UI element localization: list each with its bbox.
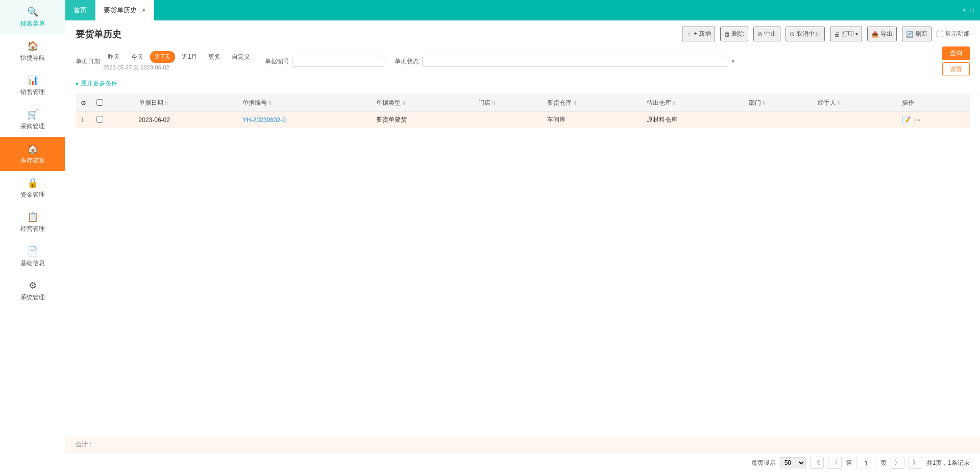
sidebar-item-search-menu[interactable]: 🔍 搜索菜单 <box>0 0 65 34</box>
suspend-icon: ⊘ <box>757 31 763 38</box>
status-filter: 单据状态 ▾ <box>395 56 932 67</box>
refresh-icon: 🔄 <box>906 31 914 38</box>
action-buttons: 查询 设置 <box>942 46 970 76</box>
main-area: 首页 要货单历史 × × □ 要货单历史 ＋ + 新增 🗑 删除 <box>65 0 980 473</box>
sidebar-item-ops-mgmt[interactable]: 📋 经营管理 <box>0 205 65 240</box>
row-actions: 📝 ⋯ <box>897 112 970 128</box>
tab-home-label: 首页 <box>74 6 87 15</box>
lock-icon: 🔒 <box>27 177 38 188</box>
date-btn-today[interactable]: 今天 <box>127 51 148 63</box>
page-header: 要货单历史 ＋ + 新增 🗑 删除 ⊘ 中止 ⊙ 取消中止 <box>65 20 980 41</box>
sort-doc-type-icon: ⇅ <box>402 100 406 106</box>
delete-icon: 🗑 <box>724 31 730 38</box>
next-page-button[interactable]: 〉 <box>891 457 904 469</box>
sidebar-item-finance-mgmt[interactable]: 🔒 资金管理 <box>0 171 65 205</box>
prev-page-button[interactable]: 〈 <box>828 457 842 469</box>
refresh-button[interactable]: 🔄 刷新 <box>902 27 932 41</box>
sidebar-item-purchase-mgmt[interactable]: 🛒 采购管理 <box>0 103 65 137</box>
window-close-button[interactable]: × <box>963 7 966 14</box>
row-num: 1 <box>76 112 91 128</box>
filter-row: 单据日期 昨天 今天 近7天 近1月 更多 自定义 2023-05-27 至 2… <box>76 46 970 76</box>
first-page-button[interactable]: 《 <box>810 457 824 469</box>
topbar-tabs: 首页 要货单历史 × <box>65 0 154 20</box>
per-page-select[interactable]: 50 100 200 <box>780 457 806 468</box>
date-btn-custom[interactable]: 自定义 <box>227 51 255 63</box>
expand-more-button[interactable]: ▾ 展开更多条件 <box>76 76 970 89</box>
sort-store-icon: ⇅ <box>492 100 496 106</box>
page-number-input[interactable] <box>856 458 876 468</box>
date-btn-yesterday[interactable]: 昨天 <box>103 51 125 63</box>
row-checkbox[interactable] <box>96 116 103 123</box>
date-btn-more[interactable]: 更多 <box>204 51 225 63</box>
display-detail-checkbox[interactable] <box>937 31 943 37</box>
th-actions: 操作 <box>897 94 970 112</box>
row-department <box>744 112 813 128</box>
th-pending-warehouse[interactable]: 待出仓库⇅ <box>642 94 744 112</box>
more-icon[interactable]: ⋯ <box>914 116 921 124</box>
sort-doc-date-icon: ⇅ <box>164 100 168 106</box>
status-label: 单据状态 <box>395 57 419 66</box>
tab-home[interactable]: 首页 <box>65 0 95 20</box>
gear-icon: ⚙ <box>29 280 37 291</box>
row-handler <box>813 112 897 128</box>
row-doc-date: 2023-06-02 <box>134 112 238 128</box>
doc-number-input[interactable] <box>292 56 384 67</box>
export-button[interactable]: 📤 导出 <box>867 27 897 41</box>
date-filter-label: 单据日期 <box>76 57 100 66</box>
row-store <box>473 112 542 128</box>
doc-number-link[interactable]: YH-20230602-0 <box>242 116 286 124</box>
row-doc-type: 要货单要货 <box>371 112 473 128</box>
sidebar: 🔍 搜索菜单 🏠 快捷导航 📊 销售管理 🛒 采购管理 🏠 库存核算 🔒 资金管… <box>0 0 65 473</box>
row-req-warehouse: 车间库 <box>542 112 642 128</box>
sidebar-item-sys-mgmt[interactable]: ⚙ 系统管理 <box>0 274 65 308</box>
window-minimize-button[interactable]: □ <box>970 7 974 14</box>
row-pending-warehouse: 原材料仓库 <box>642 112 744 128</box>
th-settings[interactable]: ⚙ <box>76 94 91 112</box>
document-icon: 📄 <box>27 246 38 257</box>
home-icon: 🏠 <box>27 40 38 52</box>
page-label: 第 <box>846 459 852 467</box>
table-area: ⚙ 单据日期⇅ 单据编号⇅ 单据类型⇅ 门店⇅ <box>65 94 980 437</box>
suspend-button[interactable]: ⊘ 中止 <box>753 27 780 41</box>
print-button[interactable]: 🖨 打印 ▾ <box>830 27 862 41</box>
doc-number-label: 单据编号 <box>265 57 289 66</box>
sidebar-item-base-info[interactable]: 📄 基础信息 <box>0 240 65 274</box>
last-page-button[interactable]: 》 <box>909 457 922 469</box>
th-handler[interactable]: 经手人⇅ <box>813 94 897 112</box>
sort-req-wh-icon: ⇅ <box>573 100 577 106</box>
date-btn-1month[interactable]: 近1月 <box>177 51 202 63</box>
select-all-checkbox[interactable] <box>96 99 103 106</box>
date-btns-row: 昨天 今天 近7天 近1月 更多 自定义 <box>103 51 255 63</box>
cancel-suspend-button[interactable]: ⊙ 取消中止 <box>786 27 825 41</box>
tab-close-button[interactable]: × <box>142 7 145 14</box>
table-row: 1 2023-06-02 YH-20230602-0 要货单要货 车间库 原材料… <box>76 112 970 128</box>
clipboard-icon: 📋 <box>27 211 38 223</box>
th-doc-type[interactable]: 单据类型⇅ <box>371 94 473 112</box>
th-store[interactable]: 门店⇅ <box>473 94 542 112</box>
status-dropdown-icon[interactable]: ▾ <box>731 58 734 65</box>
search-icon: 🔍 <box>27 6 38 17</box>
display-detail-label: 显示明细 <box>945 30 970 38</box>
date-filter: 单据日期 昨天 今天 近7天 近1月 更多 自定义 2023-05-27 至 2… <box>76 51 255 72</box>
sidebar-item-sales-mgmt[interactable]: 📊 销售管理 <box>0 68 65 103</box>
pagination: 每页显示 50 100 200 《 〈 第 页 〉 》 共1页，1条记录 <box>65 452 980 473</box>
filter-area: 单据日期 昨天 今天 近7天 近1月 更多 自定义 2023-05-27 至 2… <box>65 41 980 94</box>
query-button[interactable]: 查询 <box>942 46 970 60</box>
sort-pending-wh-icon: ⇅ <box>672 100 676 106</box>
new-button[interactable]: ＋ + 新增 <box>682 27 715 41</box>
th-req-warehouse[interactable]: 要货仓库⇅ <box>542 94 642 112</box>
settings-button[interactable]: 设置 <box>942 62 970 76</box>
th-department[interactable]: 部门⇅ <box>744 94 813 112</box>
edit-icon[interactable]: 📝 <box>902 116 911 124</box>
th-doc-number[interactable]: 单据编号⇅ <box>237 94 371 112</box>
th-doc-date[interactable]: 单据日期⇅ <box>134 94 238 112</box>
plus-icon: ＋ <box>686 30 692 38</box>
sidebar-item-inventory-calc[interactable]: 🏠 库存核算 <box>0 137 65 171</box>
data-table: ⚙ 单据日期⇅ 单据编号⇅ 单据类型⇅ 门店⇅ <box>76 94 970 128</box>
tab-requisition-history[interactable]: 要货单历史 × <box>95 0 154 20</box>
sidebar-item-quick-nav[interactable]: 🏠 快捷导航 <box>0 34 65 68</box>
chart-icon: 📊 <box>27 75 38 86</box>
date-btn-7days[interactable]: 近7天 <box>150 51 175 63</box>
status-input[interactable] <box>422 56 728 67</box>
delete-button[interactable]: 🗑 删除 <box>720 27 748 41</box>
